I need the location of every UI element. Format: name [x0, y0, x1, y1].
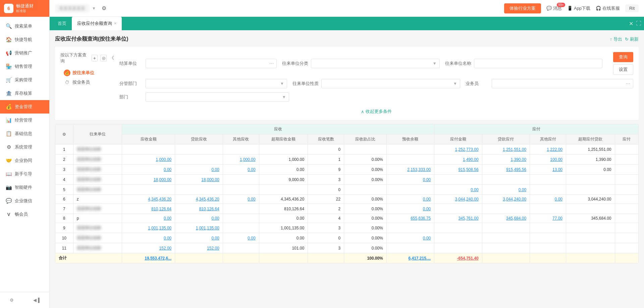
- row-cell-6[interactable]: 2,153,333.00: [386, 165, 434, 175]
- refresh-button[interactable]: ↻ 刷新: [625, 36, 639, 42]
- sidebar-item-purchase[interactable]: 🛒 采购管理: [0, 73, 49, 87]
- collapse-button[interactable]: ∧ 收起更多条件: [119, 106, 633, 115]
- row-cell-1[interactable]: 4,345,436.20: [175, 195, 223, 204]
- field-input-unit-nature[interactable]: ▼: [321, 79, 460, 88]
- query-button[interactable]: 查询: [613, 52, 633, 62]
- row-cell-2[interactable]: 0.00: [223, 195, 259, 204]
- row-cell-8[interactable]: 0.00: [482, 185, 530, 195]
- row-cell-1[interactable]: 810,126.64: [175, 204, 223, 214]
- field-input-unit-name[interactable]: [474, 59, 602, 68]
- header-message[interactable]: 💬 消息 99+: [546, 5, 562, 11]
- tab-home[interactable]: 首页: [52, 17, 72, 30]
- sidebar-item-sales[interactable]: 🏪 销售管理: [0, 60, 49, 73]
- col-settings[interactable]: ⚙: [55, 124, 73, 144]
- row-cell-10: 3,044,240.00: [566, 195, 615, 204]
- export-button[interactable]: ↑ 导出: [610, 36, 623, 42]
- row-cell-1[interactable]: 1,001,135.00: [175, 223, 223, 233]
- sidebar-item-marketing[interactable]: 📢 营销推广: [0, 46, 49, 60]
- row-cell-1[interactable]: 18,000.00: [175, 175, 223, 185]
- row-cell-7[interactable]: 1,252,773.00: [434, 144, 482, 155]
- sidebar-item-system[interactable]: ⚙ 系统管理: [0, 140, 49, 154]
- row-cell-2[interactable]: 0.00: [223, 165, 259, 175]
- row-cell-1[interactable]: 0.00: [175, 214, 223, 223]
- row-cell-9[interactable]: 13.00: [530, 165, 566, 175]
- field-input-unit-category[interactable]: ▼: [311, 59, 439, 68]
- row-cell-8[interactable]: 3,044,240.00: [482, 195, 530, 204]
- filter-option-by-unit[interactable]: 💰 按往来单位: [60, 68, 114, 78]
- row-cell-0[interactable]: 1,001,135.00: [122, 223, 175, 233]
- sidebar-settings-btn[interactable]: ⚙: [4, 295, 19, 305]
- sidebar-item-hardware[interactable]: 📷 智能硬件: [0, 181, 49, 194]
- row-cell-9[interactable]: 100.00: [530, 155, 566, 165]
- field-input-settlement[interactable]: ···: [146, 59, 277, 68]
- settings-button[interactable]: 设置: [613, 64, 633, 75]
- header-app-download[interactable]: 📱 App下载: [567, 5, 590, 11]
- footer-ap-amount[interactable]: -654,751.40: [434, 253, 482, 263]
- sidebar-collapse-btn[interactable]: ◀▐: [28, 295, 45, 305]
- row-cell-6[interactable]: 0.00: [386, 233, 434, 243]
- row-cell-8[interactable]: 915,495.56: [482, 165, 530, 175]
- row-cell-0[interactable]: 18,000.00: [122, 175, 175, 185]
- filter-add-button[interactable]: +: [92, 55, 98, 61]
- sidebar-item-inventory[interactable]: 🏦 库存核算: [0, 87, 49, 100]
- row-cell-1[interactable]: 0.00: [175, 233, 223, 243]
- filter-schema-button[interactable]: ◎: [100, 55, 107, 61]
- header-user[interactable]: Rit: [625, 4, 639, 12]
- logo-text-group: 畅捷通财 标准版: [16, 3, 34, 13]
- row-cell-0[interactable]: 152.00: [122, 243, 175, 253]
- row-cell-9[interactable]: 77.00: [530, 214, 566, 223]
- sidebar-item-management[interactable]: 📊 经营管理: [0, 114, 49, 127]
- tab-fullscreen-icon[interactable]: ⛶: [636, 20, 641, 27]
- filter-option-by-employee[interactable]: ⏱ 按业务员: [60, 78, 114, 87]
- row-cell-9[interactable]: 1,222.00: [530, 144, 566, 155]
- row-cell-0[interactable]: 810,126.64: [122, 204, 175, 214]
- row-cell-6[interactable]: 655,636.75: [386, 214, 434, 223]
- tab-ar-query[interactable]: 应收应付余额查询 ×: [72, 17, 122, 30]
- row-cell-2[interactable]: 1,000.00: [223, 155, 259, 165]
- sidebar-item-member[interactable]: V 畅会员: [0, 208, 49, 221]
- row-cell-0[interactable]: 4,345,436.20: [122, 195, 175, 204]
- row-cell-6[interactable]: 0.00: [386, 195, 434, 204]
- header-gear-icon[interactable]: ⚙: [99, 3, 109, 14]
- footer-ar-prepay[interactable]: 6,417,215....: [386, 253, 434, 263]
- row-cell-2[interactable]: 0.00: [223, 233, 259, 243]
- tab-close-all-icon[interactable]: ✕: [629, 20, 633, 27]
- row-cell-6: [386, 223, 434, 233]
- row-cell-11: [615, 204, 639, 214]
- row-cell-7[interactable]: 1,490.00: [434, 155, 482, 165]
- row-cell-0[interactable]: 0.00: [122, 233, 175, 243]
- row-cell-0[interactable]: 0.00: [122, 165, 175, 175]
- sidebar-item-search[interactable]: 🔍 搜索菜单: [0, 19, 49, 33]
- tab-close-icon[interactable]: ×: [114, 21, 116, 26]
- sidebar-item-quicknav[interactable]: 🏠 快捷导航: [0, 33, 49, 46]
- row-cell-8[interactable]: 1,251,551.00: [482, 144, 530, 155]
- row-cell-1[interactable]: 152.00: [175, 243, 223, 253]
- row-cell-9[interactable]: 0.00: [530, 195, 566, 204]
- sidebar-item-guide[interactable]: 📖 新手引导: [0, 167, 49, 181]
- row-cell-8[interactable]: 345,684.00: [482, 214, 530, 223]
- field-input-section[interactable]: ▼: [146, 92, 289, 102]
- sidebar-item-finance[interactable]: 💰 资金管理: [0, 100, 49, 114]
- row-cell-7[interactable]: 0.00: [434, 185, 482, 195]
- row-cell-1[interactable]: 0.00: [175, 165, 223, 175]
- row-cell-7[interactable]: 345,761.00: [434, 214, 482, 223]
- row-cell-8[interactable]: 1,390.00: [482, 155, 530, 165]
- row-cell-7[interactable]: 3,044,240.00: [434, 195, 482, 204]
- row-cell-4: 3: [308, 175, 344, 185]
- field-input-employee[interactable]: ···: [492, 79, 633, 88]
- sidebar-item-basic[interactable]: 📋 基础信息: [0, 127, 49, 140]
- footer-ar-amount[interactable]: 19,553,472,6...: [122, 253, 175, 263]
- row-cell-0[interactable]: 1,000.00: [122, 155, 175, 165]
- row-cell-5: 0.00%: [344, 233, 387, 243]
- row-cell-0[interactable]: 0.00: [122, 214, 175, 223]
- row-cell-7[interactable]: 915,508.56: [434, 165, 482, 175]
- sidebar-item-wechat[interactable]: 💬 企业微信: [0, 194, 49, 208]
- sidebar-item-cooperation[interactable]: 🤝 企业协同: [0, 154, 49, 167]
- header-online-service[interactable]: 🎧 在线客服: [596, 5, 620, 11]
- promo-button[interactable]: 体验行业方案: [504, 3, 541, 13]
- filter-collapse-icon[interactable]: 《: [109, 55, 114, 61]
- field-input-dept[interactable]: ▼: [146, 79, 287, 88]
- row-cell-6[interactable]: 0.00: [386, 204, 434, 214]
- row-cell-6[interactable]: 0.00: [386, 175, 434, 185]
- filter-field-section: 部门 ▼: [119, 92, 289, 102]
